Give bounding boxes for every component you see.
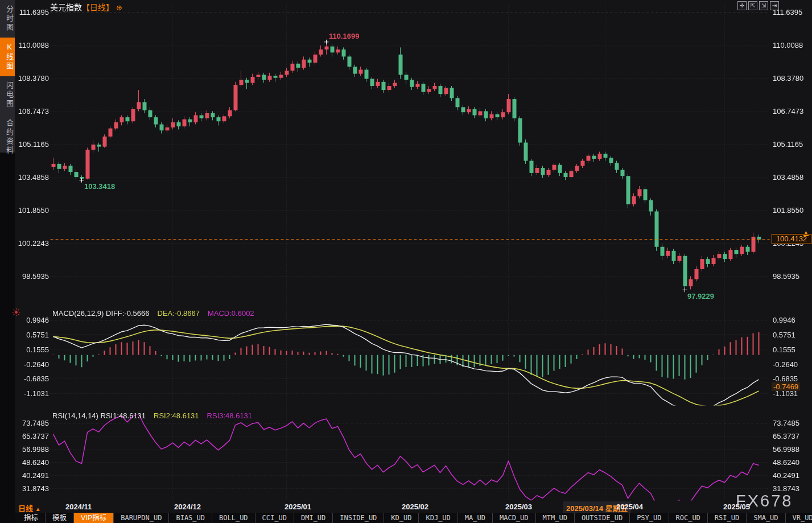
macd-header: MACD(26,12,9) DIFF:-0.5666DEA:-0.8667MAC… — [52, 309, 262, 318]
toolbar-indicator-roc_ud[interactable]: ROC_UD — [669, 513, 708, 523]
toolbar-indicator-inside_ud[interactable]: INSIDE_UD — [333, 513, 384, 523]
y-tick-label: -0.6835 — [773, 374, 798, 383]
macd-current-value-tag: -0.7469 — [772, 382, 800, 391]
y-tick-label: 111.6395 — [16, 8, 49, 17]
circle-plus-icon[interactable]: ⊕ — [116, 3, 122, 12]
x-axis-label: 2025/01 — [285, 503, 311, 511]
period-tag: 【日线】 — [82, 3, 114, 12]
toolbar-indicator-kd_ud[interactable]: KD_UD — [384, 513, 419, 523]
y-tick-label: 98.5935 — [773, 272, 799, 281]
y-tick-label: 73.7485 — [773, 419, 799, 427]
toolbar-vip-indicators[interactable]: VIP指标 — [74, 513, 114, 523]
toolbar-indicators[interactable]: 指标 — [17, 513, 46, 523]
annotation-high-price: 110.1699 — [329, 32, 360, 40]
live-update-icon — [12, 308, 20, 319]
toolbar-indicator-ma_ud[interactable]: MA_UD — [458, 513, 493, 523]
toolbar-templates[interactable]: 模板 — [46, 513, 74, 523]
macd-dea-label: DEA:-0.8667 — [158, 309, 200, 318]
toolbar-indicator-sma_ud[interactable]: SMA_UD — [747, 513, 785, 523]
toolbar-indicator-mtm_ud[interactable]: MTM_UD — [536, 513, 575, 523]
price-up-arrow-icon[interactable]: ▲ — [803, 230, 809, 236]
chart-title: 美元指数【日线】⊕ — [50, 1, 122, 13]
y-tick-label: 73.7485 — [16, 419, 49, 427]
y-tick-label: 105.1165 — [16, 140, 49, 149]
rsi3-label: RSI3:48.6131 — [207, 411, 253, 420]
y-tick-label: 98.5935 — [16, 272, 49, 281]
sidebar-tab-1[interactable]: K线图 — [0, 38, 15, 76]
toolbar-indicator-macd_ud[interactable]: MACD_UD — [493, 513, 536, 523]
toolbar-indicator-kdj_ud[interactable]: KDJ_UD — [419, 513, 457, 523]
y-tick-label: 40.2491 — [16, 471, 49, 480]
y-tick-label: 56.9988 — [773, 445, 799, 454]
y-tick-label: 0.1555 — [773, 345, 795, 353]
y-tick-label: 0.9946 — [16, 316, 49, 324]
y-tick-label: -0.2640 — [773, 360, 798, 368]
sidebar-tab-3[interactable]: 合约资料 — [0, 114, 15, 160]
sidebar: 分时图K线图闪电图合约资料 — [0, 0, 15, 523]
y-tick-label: 106.7473 — [16, 107, 49, 116]
y-tick-label: 31.8743 — [773, 484, 799, 493]
y-tick-label: 105.1165 — [773, 140, 803, 149]
pan-right-icon[interactable]: ⇥ — [770, 1, 779, 10]
toolbar-indicator-cci_ud[interactable]: CCI_UD — [255, 513, 294, 523]
y-tick-label: 40.2491 — [773, 471, 799, 480]
y-tick-label: 110.0088 — [773, 41, 803, 50]
sidebar-tab-0[interactable]: 分时图 — [0, 0, 15, 38]
x-axis-label: 2025/04 — [616, 503, 643, 511]
toolbar-indicator-boll_ud[interactable]: BOLL_UD — [212, 513, 255, 523]
y-tick-label: 48.6240 — [16, 458, 49, 467]
y-tick-label: 100.2243 — [16, 239, 49, 248]
x-axis-label: 2024/11 — [65, 503, 92, 511]
toolbar-indicator-vr_ud[interactable]: VR_UD — [786, 513, 812, 523]
y-tick-label: 65.3737 — [16, 432, 49, 440]
scale-axis-right-icon[interactable]: ⇲ — [759, 1, 768, 10]
y-tick-label: 0.5751 — [16, 330, 49, 339]
y-tick-label: 110.0088 — [16, 41, 49, 50]
x-axis-label: 2024/12 — [174, 503, 201, 511]
y-tick-label: -0.6835 — [16, 374, 49, 383]
symbol-name: 美元指数 — [50, 3, 82, 12]
y-tick-label: 101.8550 — [773, 206, 803, 215]
toolbar-indicator-outside_ud[interactable]: OUTSIDE_UD — [575, 513, 630, 523]
y-tick-label: 56.9988 — [16, 445, 49, 454]
rsi1-label: RSI(14,14,14) RSI1:48.6131 — [52, 411, 146, 420]
toolbar-indicator-bias_ud[interactable]: BIAS_UD — [169, 513, 212, 523]
chart-canvas[interactable] — [0, 0, 812, 523]
toolbar-indicator-rsi_ud[interactable]: RSI_UD — [708, 513, 747, 523]
sidebar-tab-2[interactable]: 闪电图 — [0, 76, 15, 114]
annotation-low-price-2: 97.9229 — [687, 292, 714, 300]
macd-macd-label: MACD:0.6002 — [208, 309, 254, 318]
x-axis-label: 2025/05 — [723, 503, 750, 511]
sidebar-tabs: 分时图K线图闪电图合约资料 — [0, 0, 15, 153]
rsi-header: RSI(14,14,14) RSI1:48.6131RSI2:48.6131RS… — [52, 411, 260, 420]
y-tick-label: 103.4858 — [16, 173, 49, 182]
move-tool-icon[interactable]: ✛ — [737, 1, 747, 10]
y-tick-label: 31.8743 — [16, 484, 49, 493]
x-axis-row: 日线 ▲ 2025/03/14 星期五 2024/112024/122025/0… — [15, 501, 812, 513]
y-tick-label: 108.3780 — [773, 74, 803, 83]
x-axis-label: 2025/02 — [402, 503, 428, 511]
macd-diff-label: MACD(26,12,9) DIFF:-0.5666 — [52, 309, 150, 318]
chart-toolbox: ✛⇱⇲⇥ — [737, 1, 779, 10]
x-axis-label: 2025/03 — [505, 503, 532, 511]
y-tick-label: 0.5751 — [773, 330, 795, 339]
y-tick-label: 108.3780 — [16, 74, 49, 83]
toolbar-indicator-psy_ud[interactable]: PSY_UD — [630, 513, 669, 523]
rsi2-label: RSI2:48.6131 — [154, 411, 199, 420]
toolbar-indicator-dmi_ud[interactable]: DMI_UD — [294, 513, 333, 523]
annotation-low-price-1: 103.3418 — [84, 182, 115, 191]
y-tick-label: 48.6240 — [773, 458, 799, 467]
y-tick-label: 103.4858 — [773, 173, 803, 182]
period-selector[interactable]: 日线 ▲ — [18, 503, 41, 513]
y-tick-label: 106.7473 — [773, 107, 803, 116]
y-tick-label: 65.3737 — [773, 432, 799, 440]
y-tick-label: 101.8550 — [16, 206, 49, 215]
scale-axis-left-icon[interactable]: ⇱ — [748, 1, 757, 10]
indicator-toolbar: 指标模板VIP指标BARUPDN_UDBIAS_UDBOLL_UDCCI_UDD… — [0, 513, 812, 523]
y-tick-label: 0.9946 — [773, 316, 795, 324]
y-tick-label: 0.1555 — [16, 345, 49, 353]
y-tick-label: -1.1031 — [16, 389, 49, 398]
y-tick-label: -0.2640 — [16, 360, 49, 368]
toolbar-indicator-barupdn_ud[interactable]: BARUPDN_UD — [114, 513, 169, 523]
